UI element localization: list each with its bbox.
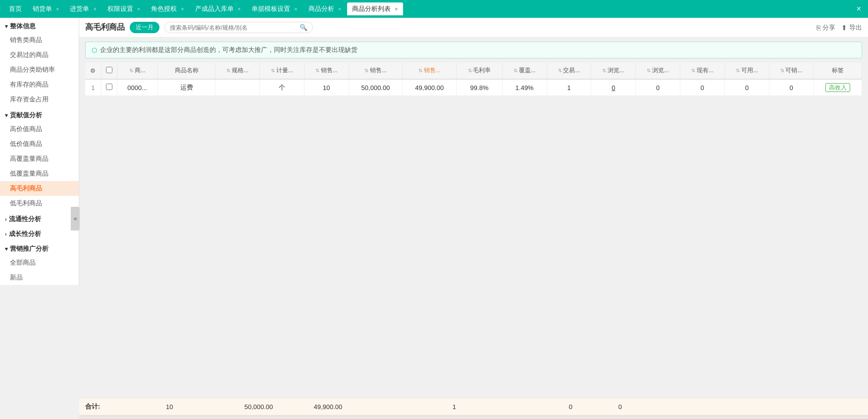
- export-label: 导出: [849, 23, 862, 32]
- footer-sales-net: 49,900.00: [298, 403, 357, 411]
- arrow-liquidity-icon: ›: [5, 216, 7, 222]
- close-permission-icon[interactable]: ×: [137, 6, 140, 12]
- arrow-marketing-icon: ▾: [5, 246, 8, 252]
- tab-role-auth[interactable]: 角色授权 ×: [146, 2, 189, 15]
- tab-permission-label: 权限设置: [107, 4, 133, 13]
- tab-permission-settings[interactable]: 权限设置 ×: [102, 2, 145, 15]
- header-actions: ⎘ 分享 ⬆ 导出: [817, 23, 862, 32]
- export-button[interactable]: ⬆ 导出: [841, 23, 862, 32]
- col-gross-margin-header[interactable]: 毛利率: [457, 62, 503, 79]
- tab-role-label: 角色授权: [151, 4, 177, 13]
- tab-sales-order[interactable]: 销货单 ×: [28, 2, 64, 15]
- cell-tag: 高收入: [814, 79, 862, 96]
- row-checkbox[interactable]: [106, 84, 112, 90]
- tab-product-analysis-label: 商品分析: [308, 4, 334, 13]
- search-icon[interactable]: 🔍: [300, 24, 307, 31]
- sidebar-item-low-value-goods[interactable]: 低价值商品: [0, 137, 79, 151]
- cell-sales-net: 49,900.00: [403, 79, 457, 96]
- tab-product-analysis-list-label: 商品分析列表: [352, 4, 391, 13]
- tab-home[interactable]: 首页: [4, 2, 27, 15]
- tab-template-settings[interactable]: 单据模板设置 ×: [247, 2, 302, 15]
- cell-current-stock: 0: [680, 79, 725, 96]
- sidebar: ▾ 整体信息 销售类商品 交易过的商品 商品分类助销率 有库存的商品 库存资金占…: [0, 18, 79, 285]
- browse1-link[interactable]: 0: [612, 84, 615, 92]
- col-browse1-header[interactable]: 浏览...: [591, 62, 636, 79]
- sidebar-item-high-coverage-goods[interactable]: 高覆盖量商品: [0, 151, 79, 166]
- sidebar-item-low-margin-goods[interactable]: 低毛利商品: [0, 196, 79, 211]
- col-saleable-header[interactable]: 可销...: [769, 62, 814, 79]
- col-available-header[interactable]: 可用...: [724, 62, 769, 79]
- col-coverage-header[interactable]: 覆盖...: [502, 62, 547, 79]
- tab-product-analysis-list[interactable]: 商品分析列表 ×: [347, 2, 403, 15]
- close-product-analysis-list-icon[interactable]: ×: [395, 6, 398, 12]
- sidebar-section-contribution-label: 贡献值分析: [10, 111, 42, 120]
- sidebar-section-marketing[interactable]: ▾ 营销推广分析: [0, 240, 79, 255]
- cell-checkbox[interactable]: [101, 79, 117, 96]
- arrow-growth-icon: ›: [5, 231, 7, 237]
- search-box[interactable]: 🔍: [164, 22, 313, 33]
- close-purchase-order-icon[interactable]: ×: [93, 6, 96, 12]
- footer-label: 合计:: [85, 402, 100, 411]
- tab-sales-label: 销货单: [33, 4, 52, 13]
- close-warehousing-icon[interactable]: ×: [238, 6, 241, 12]
- col-spec-header[interactable]: 规格...: [215, 62, 260, 79]
- col-transaction-header[interactable]: 交易...: [547, 62, 591, 79]
- col-browse2-header[interactable]: 浏览...: [636, 62, 680, 79]
- close-product-analysis-icon[interactable]: ×: [338, 6, 341, 12]
- sidebar-item-high-value-goods[interactable]: 高价值商品: [0, 122, 79, 137]
- close-template-icon[interactable]: ×: [294, 6, 297, 12]
- bottom-scrollbar[interactable]: [79, 415, 868, 419]
- date-filter-button[interactable]: 近一月: [130, 22, 159, 33]
- sidebar-item-high-margin-goods[interactable]: 高毛利商品: [0, 181, 79, 196]
- arrow-contribution-icon: ▾: [5, 112, 8, 119]
- cell-sales-qty: 10: [304, 79, 349, 96]
- footer-transaction: 1: [367, 403, 541, 411]
- close-sales-order-icon[interactable]: ×: [56, 6, 59, 12]
- sidebar-section-liquidity[interactable]: › 流通性分析: [0, 211, 79, 226]
- sidebar-item-traded-goods[interactable]: 交易过的商品: [0, 47, 79, 62]
- sidebar-section-contribution[interactable]: ▾ 贡献值分析: [0, 107, 79, 122]
- tab-purchase-order[interactable]: 进货单 ×: [65, 2, 101, 15]
- col-checkbox-header[interactable]: [101, 62, 117, 79]
- col-name-header[interactable]: 商品名称: [157, 62, 215, 79]
- close-all-tabs-button[interactable]: ×: [854, 3, 864, 14]
- col-unit-header[interactable]: 计量...: [260, 62, 305, 79]
- content-area: 高毛利商品 近一月 🔍 ⎘ 分享 ⬆ 导出 ⬡ 企业的主要的利润都是这部分商品创…: [79, 18, 868, 419]
- tag-badge: 高收入: [825, 83, 850, 92]
- share-icon: ⎘: [817, 24, 820, 32]
- cell-browse1[interactable]: 0: [591, 79, 636, 96]
- tab-product-warehousing[interactable]: 产成品入库单 ×: [190, 2, 246, 15]
- col-sales-qty-header[interactable]: 销售...: [304, 62, 349, 79]
- col-current-stock-header[interactable]: 现有...: [680, 62, 725, 79]
- col-code-header[interactable]: 商...: [117, 62, 157, 79]
- sidebar-section-liquidity-label: 流通性分析: [9, 215, 41, 224]
- sidebar-collapse-button[interactable]: «: [71, 207, 80, 231]
- footer-available: 0: [551, 403, 590, 411]
- sidebar-item-inventory-capital[interactable]: 库存资金占用: [0, 92, 79, 107]
- sidebar-item-low-coverage-goods[interactable]: 低覆盖量商品: [0, 166, 79, 181]
- select-all-checkbox[interactable]: [106, 67, 112, 73]
- search-input[interactable]: [170, 24, 297, 31]
- page-title: 高毛利商品: [85, 22, 125, 33]
- sidebar-section-marketing-label: 营销推广分析: [10, 244, 49, 253]
- table-row: 1 0000... 运费 个 10 50,000.00 49,900.00 99…: [85, 79, 862, 96]
- cell-coverage: 1.49%: [502, 79, 547, 96]
- sidebar-section-overall[interactable]: ▾ 整体信息: [0, 18, 79, 33]
- content-header: 高毛利商品 近一月 🔍 ⎘ 分享 ⬆ 导出: [79, 18, 868, 38]
- sidebar-item-in-stock-goods[interactable]: 有库存的商品: [0, 77, 79, 92]
- sidebar-item-sales-goods[interactable]: 销售类商品: [0, 33, 79, 47]
- sidebar-item-category-sales-rate[interactable]: 商品分类助销率: [0, 62, 79, 77]
- close-role-icon[interactable]: ×: [181, 6, 184, 12]
- arrow-overall-icon: ▾: [5, 23, 8, 30]
- col-tag-header[interactable]: 标签: [814, 62, 862, 79]
- col-sales-amount-header[interactable]: 销售...: [349, 62, 403, 79]
- cell-saleable: 0: [769, 79, 814, 96]
- sidebar-item-all-goods[interactable]: 全部商品: [0, 255, 79, 270]
- sidebar-item-new-products[interactable]: 新品: [0, 270, 79, 285]
- cell-name: 运费: [157, 79, 215, 96]
- tab-product-analysis[interactable]: 商品分析 ×: [304, 2, 346, 15]
- col-sales-net-header[interactable]: 销售...: [403, 62, 457, 79]
- share-button[interactable]: ⎘ 分享: [817, 23, 835, 32]
- col-settings-header[interactable]: ⚙: [85, 62, 101, 79]
- sidebar-section-growth[interactable]: › 成长性分析: [0, 226, 79, 240]
